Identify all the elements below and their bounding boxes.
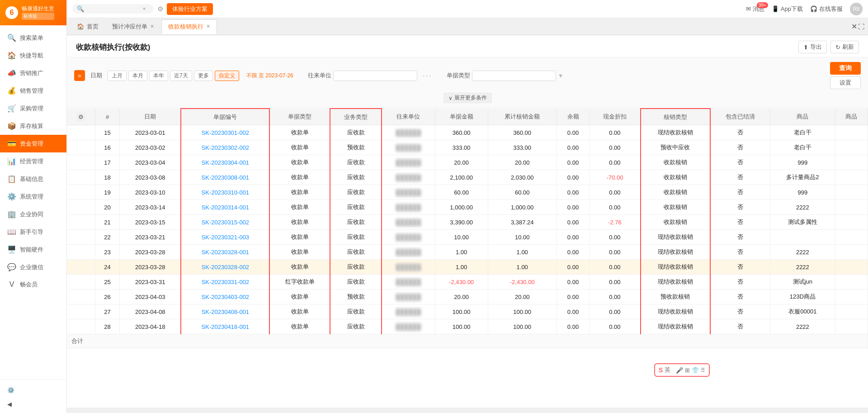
refresh-icon: ↻ [835, 44, 840, 51]
col-cashdiscount-header: 现金折扣 [590, 109, 641, 125]
page-title: 收款核销执行(按收款) [76, 42, 150, 52]
col-biztype-header: 业务类型 [330, 109, 382, 125]
user-avatar[interactable]: Rit [850, 3, 863, 15]
col-rowno-header: # [95, 109, 120, 125]
sidebar-item-sales[interactable]: 💰销售管理 [0, 82, 66, 100]
order-link[interactable]: SK-20230403-002 [202, 294, 250, 300]
sidebar-item-purchase[interactable]: 🛒采购管理 [0, 100, 66, 117]
table-row: 192023-03-10SK-20230310-001收款单应收款██████6… [67, 185, 868, 200]
col-partner-header: 往来单位 [382, 109, 435, 125]
order-link[interactable]: SK-20230304-001 [202, 159, 250, 166]
sidebar-item-finance[interactable]: 💳资金管理 [0, 135, 66, 152]
tab-offset-close[interactable]: ✕ [206, 24, 210, 29]
table-wrap[interactable]: ⚙ # 日期 单据编号 单据类型 业务类型 往来单位 单据金额 累计核销金额 余… [67, 108, 868, 408]
order-link[interactable]: SK-20230328-001 [202, 249, 250, 256]
tab-prepay[interactable]: 预计冲应付单 ✕ [106, 19, 160, 34]
app-download-button[interactable]: 📱 App下载 [772, 5, 803, 13]
solution-button[interactable]: 体验行业方案 [167, 3, 213, 15]
sidebar-item-quick-nav[interactable]: 🏠快捷导航 [0, 47, 66, 64]
filter-row-1: » 日期 上月 本月 本年 近7天 更多 自定义 不限 至 2023-07-26… [74, 62, 861, 89]
order-link[interactable]: SK-20230408-001 [202, 309, 250, 315]
corp-icon: 🏢 [7, 210, 16, 218]
data-table: ⚙ # 日期 单据编号 单据类型 业务类型 往来单位 单据金额 累计核销金额 余… [67, 108, 868, 348]
guide-icon: 📖 [7, 228, 16, 236]
col-settings-icon[interactable]: ⚙ [76, 112, 85, 121]
date-pill-more[interactable]: 更多 [194, 71, 213, 81]
sidebar-item-basic[interactable]: 📋基础信息 [0, 170, 66, 188]
system-icon: ⚙️ [7, 192, 16, 201]
sidebar-item-marketing[interactable]: 📣营销推广 [0, 64, 66, 82]
order-link[interactable]: SK-20230315-002 [202, 219, 250, 226]
sidebar-collapse-btn[interactable]: ◀ [0, 397, 66, 411]
tab-home[interactable]: 🏠 首页 [71, 19, 105, 34]
sidebar-item-corp[interactable]: 🏢企业协同 [0, 205, 66, 223]
filter-bar: » 日期 上月 本月 本年 近7天 更多 自定义 不限 至 2023-07-26… [67, 57, 868, 108]
table-row: 182023-03-08SK-20230308-001收款单应收款██████2… [67, 170, 868, 185]
sidebar-item-guide[interactable]: 📖新手引导 [0, 223, 66, 241]
export-button[interactable]: ⬆ 导出 [798, 41, 827, 53]
col-settings-header[interactable]: ⚙ [67, 109, 95, 125]
refresh-button[interactable]: ↻ 刷新 [830, 41, 859, 53]
table-row: 212023-03-15SK-20230315-002收款单应收款██████3… [67, 215, 868, 230]
order-link[interactable]: SK-20230301-002 [202, 129, 250, 136]
table-row: 172023-03-04SK-20230304-001收款单应收款██████2… [67, 155, 868, 170]
operations-icon: 📊 [7, 157, 16, 166]
expand-icon: ∨ [448, 95, 453, 101]
type-select[interactable] [472, 71, 556, 81]
sidebar-settings-btn[interactable]: ⚙️ [0, 383, 66, 397]
order-link[interactable]: SK-20230302-002 [202, 144, 250, 151]
sidebar-item-operations[interactable]: 📊经营管理 [0, 152, 66, 170]
sidebar-item-wechat[interactable]: 💬企业微信 [0, 258, 66, 276]
col-amount-header: 单据金额 [435, 109, 488, 125]
order-link[interactable]: SK-20230321-003 [202, 234, 250, 241]
unit-input[interactable] [333, 71, 417, 81]
home-icon: 🏠 [7, 51, 16, 60]
date-pill-last-month[interactable]: 上月 [108, 71, 127, 81]
date-pill-custom[interactable]: 自定义 [215, 71, 239, 81]
tab-prepay-close[interactable]: ✕ [150, 24, 154, 29]
message-button[interactable]: ✉ 消息 99+ [746, 5, 764, 13]
tab-bar: 🏠 首页 预计冲应付单 ✕ 收款核销执行 ✕ ✕ ⛶ [67, 18, 868, 35]
tabbar-expand-icon[interactable]: ⛶ [858, 23, 864, 30]
type-dropdown-icon: ▼ [558, 72, 564, 79]
sidebar-item-search[interactable]: 🔍搜索菜单 [0, 29, 66, 47]
type-label: 单据类型 [447, 71, 470, 80]
sidebar-item-inventory[interactable]: 📦库存核算 [0, 117, 66, 135]
sidebar-logo: 6 畅康通好生意 标准版 [0, 0, 66, 25]
order-link[interactable]: SK-20230328-002 [202, 264, 250, 271]
home-tab-icon: 🏠 [77, 23, 84, 30]
sidebar-menu: 🔍搜索菜单 🏠快捷导航 📣营销推广 💰销售管理 🛒采购管理 📦库存核算 💳资金管… [0, 25, 66, 379]
filter-settings-button[interactable]: 设置 [830, 76, 861, 89]
order-link[interactable]: SK-20230310-001 [202, 189, 250, 196]
date-pill-this-month[interactable]: 本月 [128, 71, 147, 81]
query-button[interactable]: 查询 [830, 62, 861, 75]
wechat-icon: 💬 [7, 263, 16, 271]
order-link[interactable]: SK-20230418-001 [202, 323, 250, 330]
date-pill-last-7-days[interactable]: 近7天 [170, 71, 192, 81]
expand-conditions-button[interactable]: ∨ 展开更多条件 [443, 93, 492, 103]
topbar: 🔍 ▼ ⚙ 体验行业方案 ✉ 消息 99+ 📱 App下载 🎧 在线客服 Rit [67, 0, 868, 18]
filter-toggle-button[interactable]: » [74, 70, 85, 81]
page-header: 收款核销执行(按收款) ⬆ 导出 ↻ 刷新 [67, 35, 868, 57]
sidebar-item-member[interactable]: V畅会员 [0, 276, 66, 293]
sidebar-item-system[interactable]: ⚙️系统管理 [0, 188, 66, 205]
logo-name: 畅康通好生意 [22, 5, 54, 13]
horizontal-scrollbar[interactable] [67, 408, 868, 413]
tab-offset[interactable]: 收款核销执行 ✕ [161, 19, 217, 34]
order-link[interactable]: SK-20230308-001 [202, 174, 250, 181]
table-row: 162023-03-02SK-20230302-002收款单预收款██████3… [67, 140, 868, 155]
tabbar-close-icon[interactable]: ✕ [851, 22, 857, 31]
sidebar-item-hardware[interactable]: 🖥️智能硬件 [0, 241, 66, 258]
topbar-gear-icon[interactable]: ⚙ [157, 5, 163, 13]
order-link[interactable]: SK-20230314-001 [202, 204, 250, 211]
table-footer-total: 合计 [67, 334, 868, 348]
topbar-search-input[interactable] [86, 6, 140, 12]
date-pills: 上月 本月 本年 近7天 更多 自定义 [108, 71, 239, 81]
date-pill-this-year[interactable]: 本年 [149, 71, 168, 81]
col-balance-header: 余额 [557, 109, 589, 125]
member-icon: V [7, 280, 16, 289]
logo-badge: 标准版 [22, 13, 54, 20]
type-filter: 单据类型 ▼ [447, 71, 825, 81]
order-link[interactable]: SK-20230331-002 [202, 279, 250, 285]
online-service-button[interactable]: 🎧 在线客服 [810, 5, 843, 13]
